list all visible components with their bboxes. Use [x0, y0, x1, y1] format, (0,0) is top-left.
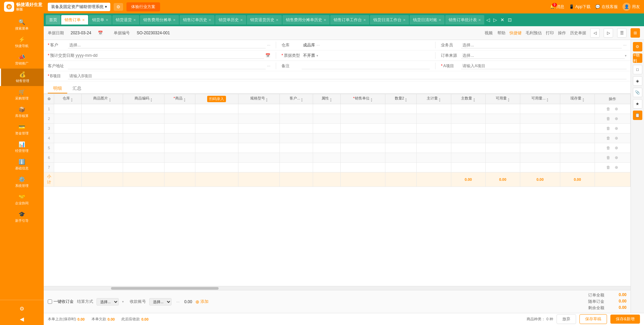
tab-nav-btn-2[interactable]: ✕ — [499, 17, 506, 23]
row-delete-7[interactable]: 🗑 — [605, 164, 612, 171]
tab-0[interactable]: 首页 — [46, 15, 61, 25]
row-delete-5[interactable]: 🗑 — [605, 145, 612, 151]
rp-btn-5[interactable]: 📋 — [633, 111, 642, 120]
order-source-input[interactable] — [461, 52, 625, 59]
view-button[interactable]: 视频 — [485, 30, 493, 36]
staff-more-icon[interactable]: ··· — [623, 43, 627, 47]
td-action-5[interactable]: 🗑⊕ — [595, 143, 630, 153]
warehouse-more-icon[interactable]: ··· — [316, 43, 320, 47]
row-copy-2[interactable]: ⊕ — [613, 115, 620, 122]
tab-10[interactable]: 钱货日清工作台✕ — [370, 15, 409, 25]
profit-button[interactable]: 毛利预估 — [526, 30, 542, 36]
row-copy-6[interactable]: ⊕ — [613, 154, 620, 161]
system-selector[interactable]: 装备及固定资产辅助管理系统 ▾ — [48, 3, 110, 11]
grid-view-button[interactable]: ☰ — [617, 28, 627, 38]
row-copy-4[interactable]: ⊕ — [613, 135, 620, 141]
scrollbar-track[interactable] — [44, 286, 631, 290]
sidebar-item-9[interactable]: ⚙️系统管理 — [0, 173, 44, 191]
rp-settings-button[interactable]: ⚙ — [633, 42, 642, 51]
save-new-button[interactable]: 保存&新增 — [610, 315, 640, 324]
online-service-item[interactable]: 💬 在线客服 — [595, 4, 618, 10]
scrollbar-thumb[interactable] — [111, 287, 219, 290]
delivery-input[interactable] — [74, 52, 264, 59]
rp-btn-4[interactable]: ★ — [633, 99, 642, 109]
tab-close-8[interactable]: ✕ — [324, 18, 326, 22]
account-select[interactable]: 选择... — [149, 298, 172, 306]
row-delete-2[interactable]: 🗑 — [605, 115, 612, 122]
table-wrapper[interactable]: ⚙仓库▲▼商品图片▲▼商品编码▲▼*商品▲▼扫码录入规格型号▲▼客户...▲▼属… — [44, 94, 631, 286]
rp-btn-2[interactable]: ◈ — [633, 76, 642, 86]
tab-close-11[interactable]: ✕ — [439, 18, 441, 22]
address-input[interactable] — [68, 63, 266, 69]
sidebar-item-11[interactable]: 🎓新手引导 — [0, 208, 44, 226]
td-action-6[interactable]: 🗑⊕ — [595, 153, 630, 163]
delivery-cal-icon[interactable]: 📅 — [265, 53, 270, 58]
sidebar-item-1[interactable]: ⚡快捷导航 — [0, 34, 44, 51]
invoice-arrow-icon[interactable]: ▾ — [316, 54, 318, 57]
td-action-4[interactable]: 🗑⊕ — [595, 133, 630, 143]
customer-input[interactable] — [68, 42, 266, 48]
settlement-arrow-icon[interactable]: ▾ — [122, 300, 124, 303]
tab-4[interactable]: 销售费用分摊单✕ — [140, 15, 179, 25]
sidebar-item-8[interactable]: ℹ️基础信息 — [0, 156, 44, 173]
td-action-1[interactable]: 🗑⊕ — [595, 104, 630, 114]
sidebar-item-2[interactable]: 📣营销推广 — [0, 51, 44, 69]
tab-2[interactable]: 销货单✕ — [89, 15, 112, 25]
tab-11[interactable]: 钱货日清对账✕ — [410, 15, 445, 25]
staff-input[interactable] — [461, 42, 622, 48]
row-copy-5[interactable]: ⊕ — [613, 145, 620, 151]
sidebar-item-6[interactable]: 💳资金管理 — [0, 121, 44, 138]
row-delete-6[interactable]: 🗑 — [605, 154, 612, 161]
tab-7[interactable]: 销货退货历史✕ — [247, 15, 282, 25]
th-settings[interactable]: ⚙ — [44, 94, 54, 104]
settlement-select[interactable]: 选择... — [97, 298, 119, 306]
customer-more-icon[interactable]: ··· — [267, 43, 270, 47]
quick-pay-input[interactable] — [48, 299, 52, 304]
tab-nav-btn-1[interactable]: ▷ — [492, 17, 498, 23]
rp-add-button[interactable]: +物料 — [633, 53, 642, 63]
save-draft-button[interactable]: 保存草稿 — [579, 314, 607, 324]
rp-btn-3[interactable]: 📎 — [633, 88, 642, 97]
tab-12[interactable]: 销售订单统计表✕ — [445, 15, 484, 25]
sidebar-item-5[interactable]: 📦库存核算 — [0, 104, 44, 121]
tab-nav-btn-3[interactable]: ⊡ — [506, 17, 513, 23]
tab-5[interactable]: 销售订单历史✕ — [180, 15, 215, 25]
print-button[interactable]: 打印 — [546, 30, 554, 36]
rp-btn-1[interactable]: □ — [633, 65, 642, 74]
prev-button[interactable]: ◁ — [590, 28, 600, 38]
tab-nav-btn-0[interactable]: ◁ — [485, 17, 491, 23]
tab-close-9[interactable]: ✕ — [363, 18, 366, 22]
industry-button[interactable]: 体验行业方案 — [126, 2, 160, 11]
td-action-7[interactable]: 🗑⊕ — [595, 163, 630, 172]
sidebar-item-4[interactable]: 🛒采购管理 — [0, 86, 44, 104]
form-tab-1[interactable]: 汇总 — [67, 84, 87, 93]
app-download-item[interactable]: 📱 App下载 — [569, 4, 591, 10]
sidebar-item-3[interactable]: 💰销售管理 — [0, 69, 44, 86]
history-button[interactable]: 历史单据 — [570, 30, 586, 36]
row-delete-4[interactable]: 🗑 — [605, 135, 612, 141]
a-project-input[interactable] — [461, 63, 627, 69]
tab-9[interactable]: 销售订单工作台✕ — [330, 15, 369, 25]
gear-button[interactable]: ⚙ — [114, 3, 123, 11]
operate-button[interactable]: 操作 — [558, 30, 566, 36]
td-action-3[interactable]: 🗑⊕ — [595, 124, 630, 133]
sidebar-settings[interactable]: ⚙ — [18, 303, 26, 315]
tab-1[interactable]: 销售订单✕ — [61, 15, 88, 25]
order-source-arrow-icon[interactable]: ▾ — [625, 54, 627, 57]
form-tab-0[interactable]: 明细 — [48, 84, 67, 93]
add-button[interactable]: ⊕ 添加 — [195, 299, 209, 304]
address-more-icon[interactable]: ··· — [267, 64, 270, 68]
td-action-2[interactable]: 🗑⊕ — [595, 114, 630, 124]
row-copy-1[interactable]: ⊕ — [613, 106, 620, 112]
tab-close-3[interactable]: ✕ — [133, 18, 136, 22]
tab-close-12[interactable]: ✕ — [478, 18, 481, 22]
tab-close-4[interactable]: ✕ — [173, 18, 176, 22]
remark-input[interactable] — [302, 63, 430, 69]
sidebar-item-0[interactable]: 🔍搜索菜单 — [0, 16, 44, 34]
scan-button[interactable]: 扫码录入 — [207, 96, 226, 102]
tab-close-1[interactable]: ✕ — [82, 18, 85, 22]
row-copy-3[interactable]: ⊕ — [613, 125, 620, 132]
sidebar-item-7[interactable]: 📊经营管理 — [0, 138, 44, 156]
b-project-input[interactable] — [68, 73, 627, 79]
next-button[interactable]: ▷ — [604, 28, 613, 38]
